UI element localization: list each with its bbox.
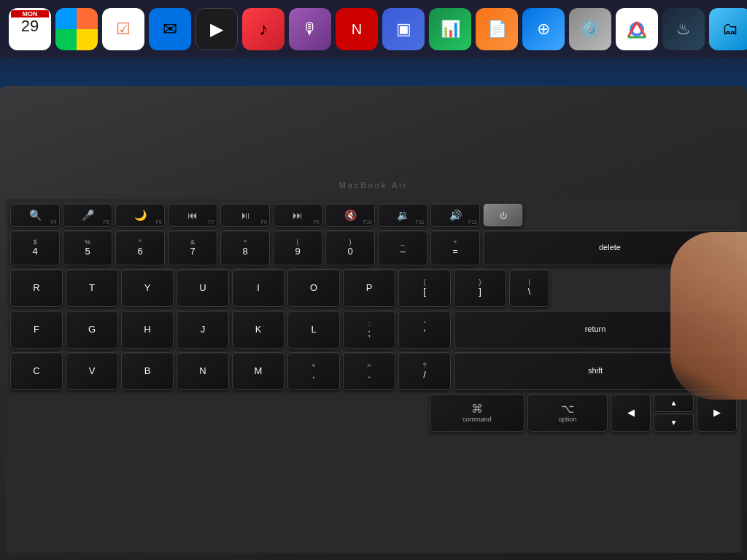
key-o[interactable]: O (287, 269, 340, 307)
dock-icon-steam[interactable]: ♨ (662, 8, 705, 50)
dock-icon-systemprefs[interactable]: ⚙️ (569, 8, 611, 50)
key-bracket-close[interactable]: } ] (454, 269, 506, 307)
key-arrow-down[interactable]: ▼ (654, 413, 694, 432)
key-t[interactable]: T (66, 269, 118, 307)
key-f10[interactable]: 🔇 F10 (325, 203, 375, 227)
key-l[interactable]: L (287, 311, 340, 349)
dock-icon-numbers[interactable]: 📊 (429, 8, 471, 50)
key-semicolon[interactable]: : ; (343, 311, 395, 349)
key-bracket-open[interactable]: { [ (398, 269, 451, 307)
key-r[interactable]: R (10, 269, 63, 307)
key-option[interactable]: ⌥ option (527, 394, 608, 432)
bottom-row: ⌘ command ⌥ option ◀ ▲ ▼ (10, 394, 737, 432)
key-f5[interactable]: 🎤 F5 (63, 203, 112, 227)
key-backslash[interactable]: | \ (509, 269, 549, 307)
key-j[interactable]: J (177, 311, 229, 349)
dock-icon-keynote[interactable]: ▣ (382, 8, 425, 50)
dock-icon-calendar[interactable]: MON 29 (9, 8, 51, 50)
number-row: $ 4 % 5 ^ 6 & 7 * 8 ( 9 (10, 230, 737, 265)
key-quote[interactable]: " ' (398, 311, 451, 349)
key-arrow-left[interactable]: ◀ (611, 394, 651, 432)
monitor-screen: MON 29 ☑ ✉ ▶ ♪ 🎙 N ▣ 📊 📄 ⊕ ⚙️ ♨ 🗂 🗑 (0, 0, 747, 95)
key-8[interactable]: * 8 (220, 230, 270, 265)
key-command[interactable]: ⌘ command (430, 394, 525, 432)
key-f[interactable]: F (10, 311, 63, 349)
key-6[interactable]: ^ 6 (115, 230, 165, 265)
asdf-row: F G H J K L : ; " ' return (10, 311, 737, 349)
qwerty-row: R T Y U I O P { [ } ] | \ (10, 269, 737, 307)
key-u[interactable]: U (177, 269, 229, 307)
key-touchid[interactable]: ⏻ (483, 203, 523, 227)
key-arrow-up[interactable]: ▲ (654, 394, 694, 412)
key-7[interactable]: & 7 (168, 230, 217, 265)
dock-icon-appstore[interactable]: ⊕ (522, 8, 565, 50)
dock-icon-music[interactable]: ♪ (242, 8, 285, 50)
dock-icon-finder[interactable]: 🗂 (709, 8, 747, 50)
key-5[interactable]: % 5 (63, 230, 112, 265)
key-0[interactable]: ) 0 (325, 230, 375, 265)
key-i[interactable]: I (232, 269, 285, 307)
key-f7[interactable]: ⏮ F7 (168, 203, 217, 227)
dock: MON 29 ☑ ✉ ▶ ♪ 🎙 N ▣ 📊 📄 ⊕ ⚙️ ♨ 🗂 🗑 (0, 0, 747, 58)
key-k[interactable]: K (232, 311, 285, 349)
key-p[interactable]: P (343, 269, 395, 307)
key-equals[interactable]: + = (430, 230, 480, 265)
key-g[interactable]: G (66, 311, 118, 349)
key-f4[interactable]: 🔍 F4 (10, 203, 60, 227)
key-minus[interactable]: _ – (378, 230, 427, 265)
key-period[interactable]: > . (343, 352, 395, 390)
key-v[interactable]: V (66, 352, 118, 390)
key-m[interactable]: M (232, 352, 285, 390)
key-b[interactable]: B (121, 352, 174, 390)
key-f9[interactable]: ⏭ F9 (273, 203, 322, 227)
zxcv-row: C V B N M < , > . ? / shift (10, 352, 737, 390)
laptop-body: MacBook Air 🔍 F4 🎤 F5 (0, 86, 747, 560)
key-c[interactable]: C (10, 352, 63, 390)
keyboard: 🔍 F4 🎤 F5 🌙 F6 ⏮ F7 ⏯ F8 ⏭ F9 (6, 199, 741, 553)
key-slash[interactable]: ? / (398, 352, 451, 390)
dock-icon-pages[interactable]: 📄 (476, 8, 518, 50)
key-y[interactable]: Y (121, 269, 174, 307)
key-f11[interactable]: 🔉 F11 (378, 203, 427, 227)
dock-icon-photos[interactable] (55, 8, 98, 50)
key-comma[interactable]: < , (287, 352, 340, 390)
fn-row: 🔍 F4 🎤 F5 🌙 F6 ⏮ F7 ⏯ F8 ⏭ F9 (10, 203, 737, 227)
dock-icon-reminders[interactable]: ☑ (102, 8, 144, 50)
key-f12[interactable]: 🔊 F12 (430, 203, 480, 227)
key-n[interactable]: N (177, 352, 229, 390)
dock-icon-podcasts[interactable]: 🎙 (289, 8, 331, 50)
key-f8[interactable]: ⏯ F8 (220, 203, 270, 227)
macbook-label: MacBook Air (339, 181, 409, 190)
key-9[interactable]: ( 9 (273, 230, 322, 265)
dock-icon-chrome[interactable] (616, 8, 658, 50)
dock-icon-news[interactable]: N (336, 8, 378, 50)
key-h[interactable]: H (121, 311, 174, 349)
hand-overlay (670, 232, 747, 400)
dock-icon-mail[interactable]: ✉ (149, 8, 191, 50)
dock-icon-appletv[interactable]: ▶ (196, 8, 238, 50)
key-f6[interactable]: 🌙 F6 (115, 203, 165, 227)
key-4[interactable]: $ 4 (10, 230, 60, 265)
